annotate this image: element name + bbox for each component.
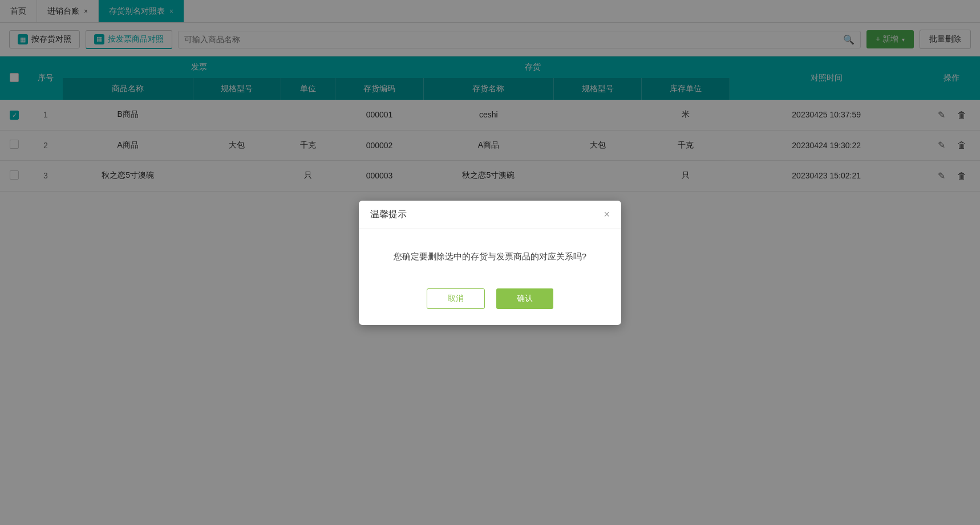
confirm-dialog: 温馨提示 × 您确定要删除选中的存货与发票商品的对应关系吗? 取消 确认 xyxy=(359,201,621,325)
dialog-body: 您确定要删除选中的存货与发票商品的对应关系吗? xyxy=(359,229,621,279)
dialog-close-icon[interactable]: × xyxy=(604,209,610,219)
btn-cancel[interactable]: 取消 xyxy=(427,288,485,309)
dialog-footer: 取消 确认 xyxy=(359,279,621,325)
dialog-title: 温馨提示 xyxy=(370,209,407,221)
dialog-overlay[interactable]: 温馨提示 × 您确定要删除选中的存货与发票商品的对应关系吗? 取消 确认 xyxy=(0,0,980,525)
btn-confirm[interactable]: 确认 xyxy=(496,288,553,309)
dialog-header: 温馨提示 × xyxy=(359,201,621,229)
dialog-message: 您确定要删除选中的存货与发票商品的对应关系吗? xyxy=(394,251,586,261)
